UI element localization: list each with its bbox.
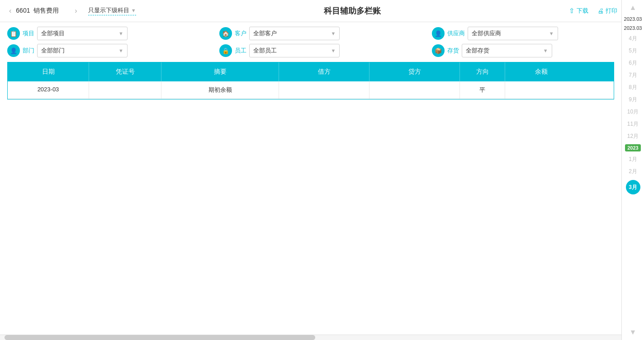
show-sub-arrow-icon: ▼	[131, 8, 136, 13]
download-icon: ⇧	[569, 7, 575, 15]
col-direction: 方向	[460, 62, 505, 81]
department-label: 部门	[23, 47, 34, 55]
year-badge: 2023	[625, 144, 640, 151]
timeline-5month[interactable]: 5月	[622, 45, 644, 57]
timeline-1month[interactable]: 1月	[622, 153, 644, 165]
timeline-down-arrow[interactable]: ▼	[628, 326, 639, 340]
timeline-6month[interactable]: 6月	[622, 57, 644, 69]
cell-debit	[279, 81, 369, 99]
timeline-2023-year[interactable]: 2023	[622, 142, 644, 153]
cell-credit	[369, 81, 460, 99]
table-container: 日期 凭证号 摘要 借方 贷方 方向 余额 2023-03 期初余额 平	[7, 62, 614, 99]
table-row: 2023-03 期初余额 平	[8, 81, 614, 99]
prev-account-button[interactable]: ‹	[7, 6, 13, 16]
timeline-4month[interactable]: 4月	[622, 33, 644, 45]
print-button[interactable]: 🖨 打印	[597, 7, 617, 15]
account-code: 6601	[16, 7, 30, 14]
cell-date: 2023-03	[8, 81, 89, 99]
show-sub-toggle[interactable]: 只显示下级科目 ▼	[88, 6, 136, 15]
print-label: 打印	[606, 7, 617, 15]
department-icon: 👤	[7, 44, 20, 57]
table-body: 2023-03 期初余额 平	[8, 81, 614, 99]
inventory-value: 全部存货	[466, 47, 489, 55]
horizontal-scrollbar[interactable]	[0, 335, 621, 340]
inventory-filter-group: 📦 存货 全部存货 ▼	[432, 44, 637, 57]
active-month-bubble: 3月	[626, 180, 640, 194]
department-select[interactable]: 全部部门 ▼	[37, 44, 128, 57]
project-label: 项目	[23, 29, 34, 38]
inventory-icon: 📦	[432, 44, 445, 57]
col-balance: 余额	[505, 62, 578, 81]
cell-direction: 平	[460, 81, 505, 99]
supplier-value: 全部供应商	[472, 29, 501, 38]
customer-value: 全部客户	[253, 29, 277, 38]
department-filter-group: 👤 部门 全部部门 ▼	[7, 44, 212, 57]
employee-icon: 🔒	[219, 44, 232, 57]
page-title: 科目辅助多栏账	[136, 5, 569, 16]
supplier-label: 供应商	[447, 29, 465, 38]
project-filter-group: 📋 项目 全部项目 ▼	[7, 27, 212, 40]
inventory-dropdown-arrow-icon: ▼	[543, 48, 548, 53]
timeline-2month[interactable]: 2月	[622, 165, 644, 178]
timeline-up-arrow[interactable]: ▲	[628, 2, 639, 14]
customer-dropdown-arrow-icon: ▼	[331, 31, 336, 36]
timeline-9month[interactable]: 9月	[622, 94, 644, 106]
department-value: 全部部门	[41, 47, 65, 55]
filter-bar: 📋 项目 全部项目 ▼ 🏠 客户 全部客户 ▼ 👤 供应商	[0, 22, 644, 42]
customer-select[interactable]: 全部客户 ▼	[249, 27, 340, 40]
main-container: ‹ 6601 销售费用 › 只显示下级科目 ▼ 科目辅助多栏账 ⇧ 下载 🖨 打…	[0, 0, 644, 340]
cell-balance	[505, 81, 578, 99]
inventory-label: 存货	[447, 47, 459, 55]
employee-filter-group: 🔒 员工 全部员工 ▼	[219, 44, 424, 57]
timeline-7month[interactable]: 7月	[622, 69, 644, 81]
cell-summary: 期初余额	[161, 81, 279, 99]
customer-label: 客户	[235, 29, 246, 38]
col-voucher: 凭证号	[89, 62, 161, 81]
customer-filter-group: 🏠 客户 全部客户 ▼	[219, 27, 424, 40]
col-date: 日期	[8, 62, 89, 81]
timeline-3month-active[interactable]: 3月	[622, 178, 644, 197]
employee-label: 员工	[235, 47, 246, 55]
cell-voucher	[89, 81, 161, 99]
col-credit: 贷方	[369, 62, 460, 81]
account-name: 销售费用	[33, 7, 59, 14]
download-label: 下载	[577, 7, 588, 15]
department-dropdown-arrow-icon: ▼	[118, 48, 123, 53]
project-icon: 📋	[7, 27, 20, 40]
employee-dropdown-arrow-icon: ▼	[331, 48, 336, 53]
timeline-2023-03-header1[interactable]: 2023.03	[622, 14, 644, 24]
supplier-icon: 👤	[432, 27, 445, 40]
timeline-8month[interactable]: 8月	[622, 81, 644, 94]
scrollbar-thumb	[5, 335, 315, 340]
print-icon: 🖨	[597, 7, 604, 14]
show-sub-label: 只显示下级科目	[88, 6, 129, 14]
table-header: 日期 凭证号 摘要 借方 贷方 方向 余额	[8, 62, 614, 81]
account-display: 6601 销售费用	[16, 7, 70, 15]
header: ‹ 6601 销售费用 › 只显示下级科目 ▼ 科目辅助多栏账 ⇧ 下载 🖨 打…	[0, 0, 644, 22]
col-debit: 借方	[279, 62, 369, 81]
next-account-button[interactable]: ›	[73, 6, 79, 16]
timeline-2023-03-header2[interactable]: 2023.03	[622, 24, 644, 33]
project-select[interactable]: 全部项目 ▼	[37, 27, 128, 40]
download-button[interactable]: ⇧ 下载	[569, 7, 588, 15]
timeline-12month[interactable]: 12月	[622, 130, 644, 142]
supplier-select[interactable]: 全部供应商 ▼	[468, 27, 558, 40]
col-summary: 摘要	[161, 62, 279, 81]
inventory-select[interactable]: 全部存货 ▼	[462, 44, 552, 57]
supplier-dropdown-arrow-icon: ▼	[549, 31, 554, 36]
supplier-filter-group: 👤 供应商 全部供应商 ▼	[432, 27, 637, 40]
customer-icon: 🏠	[219, 27, 232, 40]
employee-value: 全部员工	[253, 47, 277, 55]
nav-account: ‹ 6601 销售费用 ›	[7, 6, 79, 16]
side-timeline: ▲ 2023.03 2023.03 4月 5月 6月 7月 8月 9月 10月	[621, 0, 644, 340]
employee-select[interactable]: 全部员工 ▼	[249, 44, 340, 57]
project-dropdown-arrow-icon: ▼	[118, 31, 123, 36]
timeline-11month[interactable]: 11月	[622, 118, 644, 130]
timeline-10month[interactable]: 10月	[622, 106, 644, 118]
project-value: 全部项目	[41, 29, 65, 38]
